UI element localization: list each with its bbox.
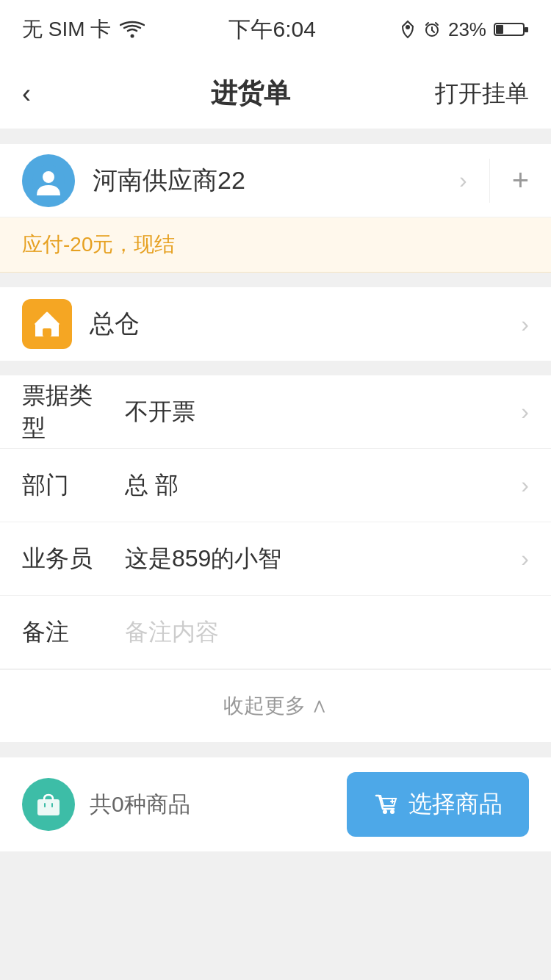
invoice-type-chevron: › [521, 398, 529, 425]
svg-point-11 [390, 810, 395, 814]
department-chevron: › [521, 472, 529, 499]
page-title: 进货单 [211, 76, 290, 112]
battery-label: 23% [448, 18, 486, 41]
supplier-section: 河南供应商22 › + 应付-20元，现结 [0, 144, 551, 273]
salesperson-chevron: › [521, 545, 529, 572]
status-left: 无 SIM 卡 [22, 15, 145, 43]
invoice-type-label: 票据类型 [22, 380, 110, 444]
section-gap-1 [0, 129, 551, 144]
svg-rect-9 [37, 799, 60, 815]
notice-text: 应付-20元，现结 [22, 233, 175, 256]
supplier-row[interactable]: 河南供应商22 › + [0, 144, 551, 217]
product-count-icon [22, 778, 75, 831]
status-right: 23% [400, 18, 529, 41]
status-bar: 无 SIM 卡 下午6:04 23% [0, 0, 551, 59]
add-button[interactable]: + [489, 159, 529, 203]
open-pending-button[interactable]: 打开挂单 [435, 78, 529, 110]
warehouse-name: 总仓 [90, 307, 521, 341]
notice-bar: 应付-20元，现结 [0, 217, 551, 273]
warehouse-section: 总仓 › [0, 287, 551, 361]
salesperson-value: 这是859的小智 [110, 543, 521, 575]
nav-bar: ‹ 进货单 打开挂单 [0, 59, 551, 129]
form-row-invoice[interactable]: 票据类型 不开票 › [0, 375, 551, 449]
battery-icon [494, 21, 529, 38]
svg-point-10 [383, 810, 387, 814]
svg-point-1 [406, 25, 410, 29]
svg-point-7 [43, 171, 54, 183]
cart-icon [373, 791, 400, 818]
bottom-bar: 共0种商品 选择商品 [0, 757, 551, 851]
carrier-label: 无 SIM 卡 [22, 15, 111, 43]
back-button[interactable]: ‹ [22, 79, 66, 109]
shopping-bag-icon [33, 789, 64, 820]
supplier-avatar [22, 154, 75, 207]
invoice-type-value: 不开票 [110, 396, 521, 428]
select-product-label: 选择商品 [408, 788, 503, 821]
svg-rect-4 [525, 27, 528, 32]
supplier-name: 河南供应商22 [93, 164, 459, 198]
department-label: 部门 [22, 469, 110, 502]
svg-rect-5 [496, 25, 503, 34]
section-gap-2 [0, 273, 551, 287]
status-time: 下午6:04 [228, 15, 315, 45]
product-count-text: 共0种商品 [90, 790, 332, 820]
form-row-remark[interactable]: 备注 备注内容 [0, 596, 551, 669]
collapse-row[interactable]: 收起更多 ∧ [0, 669, 551, 742]
section-gap-4 [0, 742, 551, 757]
form-row-salesperson[interactable]: 业务员 这是859的小智 › [0, 522, 551, 596]
warehouse-row[interactable]: 总仓 › [0, 287, 551, 361]
svg-point-0 [131, 35, 134, 38]
supplier-chevron: › [459, 167, 467, 194]
warehouse-chevron: › [521, 311, 529, 338]
svg-rect-8 [43, 328, 51, 336]
form-section: 票据类型 不开票 › 部门 总 部 › 业务员 这是859的小智 › 备注 备注… [0, 375, 551, 742]
remark-input[interactable]: 备注内容 [110, 616, 529, 649]
person-icon [32, 165, 65, 197]
remark-label: 备注 [22, 616, 110, 649]
alarm-icon [423, 21, 441, 38]
department-value: 总 部 [110, 469, 521, 502]
collapse-label: 收起更多 ∧ [223, 694, 328, 717]
location-icon [400, 20, 416, 39]
section-gap-3 [0, 361, 551, 375]
warehouse-icon [22, 299, 72, 349]
house-icon [32, 310, 62, 338]
select-product-button[interactable]: 选择商品 [347, 772, 529, 837]
salesperson-label: 业务员 [22, 543, 110, 575]
form-row-department[interactable]: 部门 总 部 › [0, 449, 551, 522]
wifi-icon [120, 21, 145, 38]
